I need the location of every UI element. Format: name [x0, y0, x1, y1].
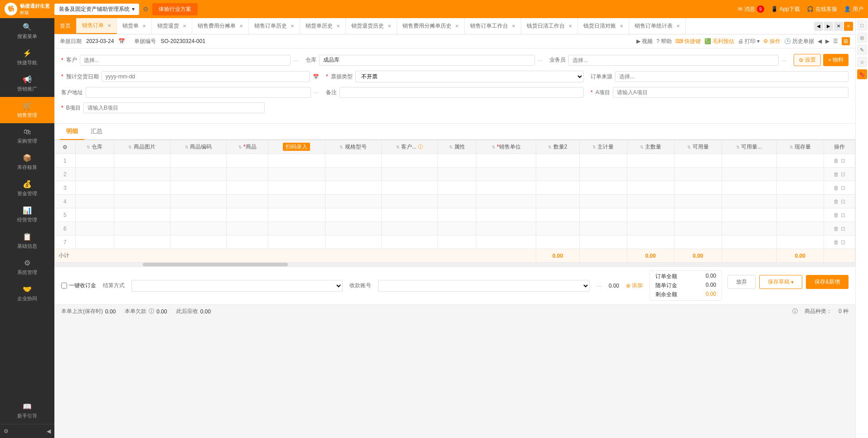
scrollbar-thumb[interactable]: [143, 263, 288, 266]
delivery-date-input[interactable]: [102, 71, 310, 82]
tab-order-workbench[interactable]: 销售订单工作台 ✕: [465, 18, 521, 34]
th-scan[interactable]: 扫码录入: [268, 140, 325, 154]
th-gear[interactable]: ⚙: [55, 140, 76, 154]
payment-method-select[interactable]: [131, 280, 343, 292]
salesman-more-btn[interactable]: ···: [781, 57, 787, 64]
sidebar-item-finance[interactable]: 💰 资金管理: [0, 175, 54, 202]
tab-close-expense-history[interactable]: ✕: [455, 24, 459, 29]
tab-sales-order[interactable]: 销售订单 ✕: [77, 18, 117, 34]
user-btn[interactable]: 👤 用户: [844, 5, 863, 13]
row-copy-icon[interactable]: ⊡: [841, 212, 845, 218]
save-draft-dropdown-icon[interactable]: ▾: [791, 279, 794, 285]
tab-close-sales-order[interactable]: ✕: [107, 23, 111, 28]
sidebar-collapse-icon[interactable]: ◀: [47, 428, 51, 434]
row-delete-icon[interactable]: 🗑: [834, 158, 839, 164]
sidebar-item-marketing[interactable]: 📢 营销推广: [0, 71, 54, 97]
tab-menu-btn[interactable]: ≡: [844, 22, 853, 31]
a-project-input[interactable]: [613, 87, 849, 98]
order-source-input[interactable]: [615, 71, 849, 82]
sidebar-item-management[interactable]: 📊 经营管理: [0, 202, 54, 228]
tab-ship-history[interactable]: 销货单历史 ✕: [300, 18, 346, 34]
sidebar-item-purchase[interactable]: 🛍 采购管理: [0, 123, 54, 149]
right-icon-4[interactable]: ☆: [857, 57, 867, 67]
sidebar-item-basic[interactable]: 📋 基础信息: [0, 228, 54, 254]
th-stock[interactable]: ⇅ 现存量: [776, 140, 824, 154]
calendar-icon[interactable]: 📅: [118, 38, 125, 44]
tab-close-order-history[interactable]: ✕: [291, 24, 294, 29]
sidebar-gear-icon[interactable]: ⚙: [4, 428, 9, 434]
add-btn[interactable]: ⊕ 添加: [626, 282, 643, 289]
message-btn[interactable]: ✉ 消息 9: [738, 5, 764, 13]
customer-input[interactable]: [80, 55, 291, 66]
settings-btn[interactable]: ⚙ 设置: [794, 54, 821, 66]
industry-btn[interactable]: 体验行业方案: [152, 3, 198, 15]
tab-sales-ship[interactable]: 销货单 ✕: [117, 18, 152, 34]
sidebar-item-cooperation[interactable]: 🤝 企业协同: [0, 280, 54, 307]
tab-close-sales-stats[interactable]: ✕: [676, 24, 680, 29]
warehouse-more-btn[interactable]: ···: [538, 57, 543, 64]
row-delete-icon[interactable]: 🗑: [834, 212, 839, 218]
row-delete-icon[interactable]: 🗑: [834, 185, 839, 191]
row-delete-icon[interactable]: 🗑: [834, 171, 839, 178]
tab-prev-btn[interactable]: ◀: [814, 22, 823, 31]
shortcut-btn[interactable]: ⌨ 快捷键: [675, 38, 701, 45]
salesman-input[interactable]: [568, 55, 779, 66]
row-copy-icon[interactable]: ⊡: [841, 239, 845, 245]
receipt-account-select[interactable]: [378, 280, 589, 292]
tab-daily-reconcile[interactable]: 钱货日清对账 ✕: [578, 18, 629, 34]
receipt-more-btn[interactable]: ···: [596, 282, 602, 289]
one-click-confirm-checkbox[interactable]: [61, 283, 67, 289]
tab-sales-expense[interactable]: 销售费用分摊单 ✕: [192, 18, 249, 34]
profit-btn[interactable]: 💹 毛利预估: [704, 38, 734, 45]
row-copy-icon[interactable]: ⊡: [841, 198, 845, 205]
tab-home[interactable]: 首页: [54, 18, 77, 34]
horizontal-scrollbar[interactable]: [54, 263, 855, 266]
current-amount-info-icon[interactable]: ⓘ: [149, 308, 154, 315]
right-icon-1[interactable]: □: [857, 20, 867, 30]
tab-close-return[interactable]: ✕: [183, 24, 186, 29]
sidebar-item-shortcut[interactable]: ⚡ 快捷导航: [0, 44, 54, 71]
tab-sales-order-history[interactable]: 销售订单历史 ✕: [249, 18, 300, 34]
tab-close-ship[interactable]: ✕: [142, 24, 146, 29]
tab-close-daily-reconcile[interactable]: ✕: [620, 24, 623, 29]
sidebar-item-guide[interactable]: 📖 新手引导: [0, 398, 54, 424]
tab-close-return-history[interactable]: ✕: [388, 24, 391, 29]
th-main-qty[interactable]: ⇅ 主数量: [627, 140, 674, 154]
row-delete-icon[interactable]: 🗑: [834, 226, 839, 232]
tab-close-ship-history[interactable]: ✕: [336, 24, 340, 29]
address-input[interactable]: [86, 87, 311, 98]
warehouse-input[interactable]: [319, 55, 535, 66]
help-btn[interactable]: ? 帮助: [656, 38, 672, 45]
row-copy-icon[interactable]: ⊡: [841, 226, 845, 232]
settings-icon[interactable]: ⚙: [143, 5, 149, 13]
operation-btn[interactable]: ⚙ 操作: [763, 38, 781, 45]
tab-daily-workbench[interactable]: 钱货日清工作台 ✕: [521, 18, 578, 34]
system-title[interactable]: 装备及固定资产辅助管理系统 ▾: [54, 4, 139, 15]
row-delete-icon[interactable]: 🗑: [834, 198, 839, 205]
save-new-btn[interactable]: 保存&新增: [806, 275, 849, 289]
tab-close-order-workbench[interactable]: ✕: [512, 24, 515, 29]
app-download-btn[interactable]: 📱 App下载: [771, 5, 800, 13]
tab-sales-return[interactable]: 销货退货 ✕: [152, 18, 192, 34]
th-code[interactable]: ⇅ 商品编码: [170, 140, 226, 154]
customer-more-btn[interactable]: ···: [293, 57, 299, 64]
sidebar-item-inventory[interactable]: 📦 库存核算: [0, 149, 54, 175]
tab-detail[interactable]: 明细: [60, 124, 84, 140]
sidebar-item-sales[interactable]: 🛒 销售管理: [0, 97, 54, 123]
right-icon-5[interactable]: 🔖: [857, 69, 867, 79]
nav-next-icon[interactable]: ▶: [825, 38, 829, 44]
remark-input[interactable]: [339, 87, 584, 98]
tab-next-btn[interactable]: ▶: [824, 22, 833, 31]
th-available[interactable]: ⇅ 可用量: [674, 140, 722, 154]
tab-return-history[interactable]: 销货退货历史 ✕: [346, 18, 397, 34]
row-copy-icon[interactable]: ⊡: [841, 171, 845, 178]
invoice-type-select[interactable]: 不开票: [355, 71, 584, 82]
th-spec[interactable]: ⇅ 规格型号: [325, 140, 381, 154]
address-more-btn[interactable]: ···: [314, 89, 319, 96]
th-qty2[interactable]: ⇅ 数量2: [536, 140, 579, 154]
tab-expense-history[interactable]: 销售费用分摊单历史 ✕: [397, 18, 465, 34]
view-btn[interactable]: ▶ 视频: [636, 38, 653, 45]
history-btn[interactable]: 🕒 历史单据: [784, 38, 814, 45]
b-project-input[interactable]: [83, 102, 265, 113]
th-unit[interactable]: ⇅ *销售单位: [476, 140, 536, 154]
